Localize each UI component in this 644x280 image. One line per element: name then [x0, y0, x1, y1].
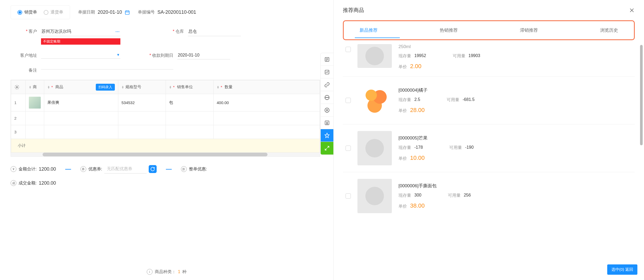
- star-icon: [324, 133, 330, 138]
- product-image: [357, 179, 392, 213]
- recommend-panel: 推荐商品 新品推荐 热销推荐 滞销推荐 浏览历史 250ml: [333, 0, 644, 280]
- side-list-button[interactable]: [321, 53, 333, 66]
- col-unit[interactable]: ▲▼*销售单位: [166, 80, 214, 94]
- account-period-badge: 不固定账期: [41, 38, 120, 45]
- price-value: 2.00: [410, 63, 421, 70]
- available-label: 可用量: [453, 53, 465, 59]
- item-checkbox[interactable]: [346, 98, 351, 103]
- sum-value: 1200.00: [39, 166, 56, 172]
- coupon-label: 优惠券:: [88, 166, 102, 172]
- return-order-radio[interactable]: 退货单: [44, 10, 63, 15]
- address-label: 客户地址: [11, 51, 37, 58]
- cell-spec[interactable]: 534532: [118, 94, 166, 111]
- product-kinds-summary: i 商品种类： 1 种: [147, 269, 187, 275]
- yen-icon: ¥: [11, 166, 16, 172]
- table-settings-header[interactable]: [11, 80, 26, 94]
- refresh-coupon-button[interactable]: [149, 165, 157, 173]
- side-link-button[interactable]: [321, 78, 333, 91]
- col-prod-thumb[interactable]: ▲▼商: [26, 80, 44, 94]
- recommend-list[interactable]: 250ml 现存量19952 可用量19903 单价2.00 [0000004]…: [334, 44, 644, 280]
- price-label: 单价: [398, 64, 407, 70]
- cell-unit[interactable]: 包: [166, 94, 214, 111]
- svg-rect-0: [125, 11, 129, 14]
- side-delete-button[interactable]: [321, 104, 333, 116]
- item-name: [0000004]橘子: [398, 87, 632, 93]
- tab-new[interactable]: 新品推荐: [352, 23, 386, 37]
- swap-icon: [324, 95, 330, 100]
- side-expand-button[interactable]: [321, 142, 333, 155]
- list-item: 250ml 现存量19952 可用量19903 单价2.00: [343, 44, 635, 77]
- row-index: 2: [11, 111, 26, 125]
- stock-label: 现存量: [398, 97, 411, 103]
- expand-icon: [324, 145, 330, 151]
- available-value: 19903: [469, 53, 480, 59]
- product-image: [357, 44, 392, 68]
- close-button[interactable]: [629, 7, 635, 13]
- col-qty[interactable]: ▲▼*数量: [214, 80, 320, 94]
- due-date-input[interactable]: 2020-01-10: [177, 51, 230, 59]
- customer-label: *客户: [11, 27, 37, 34]
- tab-slow[interactable]: 滞销推荐: [512, 23, 546, 37]
- sales-order-radio[interactable]: 销货单: [17, 10, 37, 15]
- remark-label: 备注: [11, 66, 37, 73]
- sales-order-label: 销货单: [24, 10, 37, 15]
- cell-qty[interactable]: 400.00: [214, 94, 320, 111]
- available-label: 可用量: [449, 145, 462, 151]
- cell-product[interactable]: 果倍爽: [44, 94, 118, 111]
- list-icon: [324, 57, 330, 62]
- tab-hot[interactable]: 热销推荐: [432, 23, 466, 37]
- subtotal-label: 小计: [11, 139, 320, 153]
- row-index: 1: [11, 94, 26, 111]
- recommend-title: 推荐商品: [343, 7, 364, 14]
- sales-order-panel: 销货单 退货单 单据日期 2020-01-10 单据编号 SA-20200110…: [0, 0, 333, 280]
- product-image: [357, 83, 392, 118]
- stock-label: 现存量: [398, 193, 411, 198]
- radio-icon: [44, 10, 48, 15]
- side-favorite-button[interactable]: [321, 129, 333, 142]
- scan-input-badge[interactable]: 扫码录入: [96, 84, 115, 91]
- gear-icon: [14, 85, 20, 90]
- doc-number-value: SA-20200110-001: [157, 8, 196, 16]
- col-spec[interactable]: ▲▼规格型号: [118, 80, 166, 94]
- warehouse-value: 总仓: [188, 29, 197, 34]
- warehouse-input[interactable]: 总仓: [188, 27, 241, 36]
- col-product[interactable]: ▲▼*商品扫码录入: [44, 80, 118, 94]
- side-chart-button[interactable]: [321, 66, 333, 78]
- coupon-input[interactable]: 无匹配优惠券: [104, 165, 147, 174]
- item-checkbox[interactable]: [346, 146, 351, 151]
- table-row[interactable]: 2: [11, 111, 320, 125]
- stock-value: 2.5: [414, 97, 420, 103]
- close-icon: [629, 7, 635, 13]
- list-item: [0000006]手撕面包 现存量300 可用量256 单价38.00: [343, 172, 635, 220]
- table-row[interactable]: 1 果倍爽 534532 包 400.00: [11, 94, 320, 111]
- list-item: [0000004]橘子 现存量2.5 可用量-681.5 单价28.00: [343, 77, 635, 124]
- item-checkbox[interactable]: [346, 47, 351, 52]
- svg-point-1: [16, 86, 18, 88]
- table-row[interactable]: 3: [11, 125, 320, 139]
- calendar-icon[interactable]: [125, 10, 130, 15]
- due-date-label: *收款到期日: [147, 51, 173, 58]
- product-image: [357, 131, 392, 165]
- item-checkbox[interactable]: [346, 193, 351, 199]
- whole-discount-label: 整单优惠:: [189, 166, 207, 172]
- side-currency-button[interactable]: [321, 116, 333, 129]
- sum-label: 金额合计:: [19, 166, 37, 172]
- horizontal-scrollbar[interactable]: [11, 153, 320, 156]
- select-return-button[interactable]: 选中(0) 返回: [607, 264, 638, 275]
- address-select[interactable]: ▼: [41, 51, 120, 59]
- tab-history[interactable]: 浏览历史: [592, 23, 626, 37]
- price-value: 38.00: [410, 202, 425, 209]
- available-value: 256: [464, 193, 471, 198]
- doc-date-value[interactable]: 2020-01-10: [98, 8, 122, 16]
- deal-label: 成交金额:: [19, 180, 37, 186]
- chart-icon: [324, 69, 330, 75]
- stock-value: 300: [414, 193, 421, 198]
- customer-input[interactable]: 苏州万达沃尔玛 ⋯: [41, 27, 120, 36]
- return-order-label: 退货单: [51, 10, 63, 15]
- warehouse-label: *仓库: [157, 27, 184, 34]
- remark-input[interactable]: [41, 66, 173, 69]
- vertical-scrollbar[interactable]: [640, 45, 643, 145]
- stock-label: 现存量: [398, 145, 411, 151]
- side-swap-button[interactable]: [321, 91, 333, 104]
- customer-lookup-icon[interactable]: ⋯: [115, 29, 120, 34]
